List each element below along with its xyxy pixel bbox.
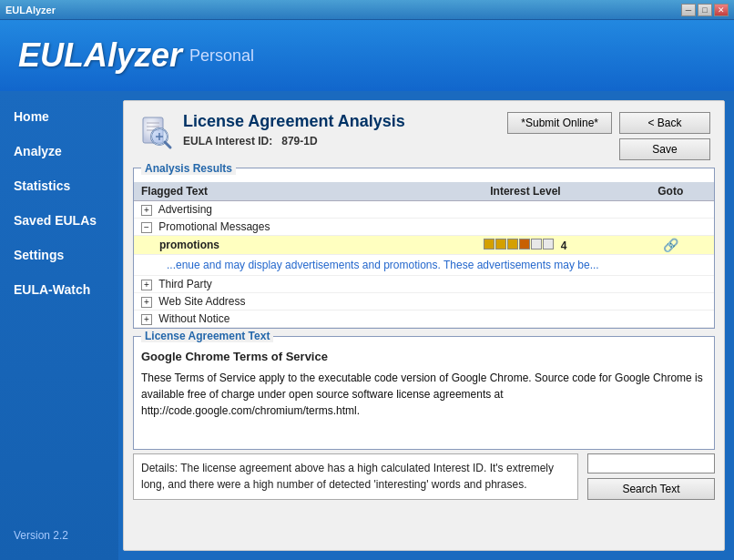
analysis-results-panel: Analysis Results Flagged Text Interest L…: [133, 168, 715, 329]
row-without-notice: + Without Notice: [134, 311, 424, 328]
minimize-button[interactable]: ─: [681, 4, 696, 16]
main-layout: Home Analyze Statistics Saved EULAs Sett…: [0, 91, 734, 560]
details-box: Details: The license agreement above has…: [133, 453, 578, 500]
col-goto: Goto: [627, 182, 714, 201]
expand-icon-advertising[interactable]: +: [141, 205, 152, 216]
page-title: License Agreement Analysis: [183, 112, 405, 131]
app-edition: Personal: [189, 46, 254, 66]
expand-icon-promotional[interactable]: −: [141, 222, 152, 233]
app-header: EULAlyzer Personal: [0, 20, 734, 91]
sidebar-item-eula-watch[interactable]: EULA-Watch: [0, 273, 118, 306]
license-section-legend: License Agreement Text: [141, 330, 273, 342]
sidebar-item-saved-eulas[interactable]: Saved EULAs: [0, 204, 118, 237]
bar-seg-4: [519, 239, 530, 249]
submit-online-button[interactable]: *Submit Online*: [507, 112, 612, 134]
top-left: License Agreement Analysis EULA Interest…: [138, 112, 405, 150]
col-flagged-text: Flagged Text: [134, 182, 424, 201]
bar-seg-5: [531, 239, 542, 249]
expand-icon-without-notice[interactable]: +: [141, 314, 152, 325]
close-button[interactable]: ✕: [714, 4, 729, 16]
expand-icon-web-site[interactable]: +: [141, 297, 152, 308]
table-row: ...enue and may display advertisements a…: [134, 255, 714, 276]
sidebar-item-statistics[interactable]: Statistics: [0, 169, 118, 202]
title-bar-buttons: ─ □ ✕: [681, 4, 729, 16]
version-label: Version 2.2: [0, 520, 118, 551]
sidebar-item-home[interactable]: Home: [0, 100, 118, 133]
bar-seg-3: [507, 239, 518, 249]
table-row: + Advertising: [134, 201, 714, 219]
interest-bar: [484, 239, 554, 249]
table-row: − Promotional Messages: [134, 219, 714, 236]
row-promotions-link: ...enue and may display advertisements a…: [134, 255, 714, 276]
license-title: Google Chrome Terms of Service: [141, 348, 707, 366]
title-block: License Agreement Analysis EULA Interest…: [183, 112, 405, 148]
interest-value: 4: [561, 239, 567, 252]
top-buttons: *Submit Online* < Back Save: [507, 112, 710, 160]
maximize-button[interactable]: □: [698, 4, 712, 16]
promotions-link-text[interactable]: ...enue and may display advertisements a…: [159, 257, 707, 273]
eula-id-label: EULA Interest ID:: [183, 135, 272, 148]
row-promotions-interest: 4: [424, 236, 627, 255]
bar-seg-6: [543, 239, 554, 249]
svg-line-6: [165, 142, 170, 148]
analysis-table: Flagged Text Interest Level Goto + Adver…: [134, 182, 714, 328]
license-text-area[interactable]: Google Chrome Terms of Service These Ter…: [134, 342, 714, 449]
license-body: These Terms of Service apply to the exec…: [141, 370, 707, 419]
sidebar-item-settings[interactable]: Settings: [0, 239, 118, 271]
title-bar: EULAlyzer ─ □ ✕: [0, 0, 734, 20]
search-text-button[interactable]: Search Text: [587, 478, 715, 500]
row-third-party: + Third Party: [134, 276, 424, 293]
eula-id-value: 879-1D: [281, 135, 317, 148]
row-web-site-address: + Web Site Address: [134, 293, 424, 311]
back-button[interactable]: < Back: [619, 112, 710, 134]
sidebar-item-analyze[interactable]: Analyze: [0, 135, 118, 168]
row-promotions-goto: 🔗: [627, 236, 714, 255]
table-row: promotions 4: [134, 236, 714, 255]
license-text-panel: License Agreement Text Google Chrome Ter…: [133, 336, 715, 450]
analysis-results-legend: Analysis Results: [141, 162, 236, 175]
table-row: + Without Notice: [134, 311, 714, 328]
bottom-buttons: Search Text: [587, 453, 715, 500]
bottom-bar: Details: The license agreement above has…: [133, 453, 715, 500]
save-button[interactable]: Save: [619, 138, 710, 160]
details-text: Details: The license agreement above has…: [141, 462, 554, 491]
sidebar: Home Analyze Statistics Saved EULAs Sett…: [0, 91, 118, 560]
expand-icon-third-party[interactable]: +: [141, 280, 152, 290]
bar-seg-2: [495, 239, 506, 249]
goto-icon[interactable]: 🔗: [663, 238, 678, 252]
table-row: + Web Site Address: [134, 293, 714, 311]
search-input[interactable]: [587, 453, 715, 473]
eula-id-line: EULA Interest ID: 879-1D: [183, 135, 405, 148]
bar-seg-1: [484, 239, 494, 249]
col-interest-level: Interest Level: [424, 182, 627, 201]
content-panel: License Agreement Analysis EULA Interest…: [123, 100, 725, 551]
app-name: EULAlyzer: [18, 36, 182, 75]
magnifier-icon: [138, 114, 174, 150]
table-row: + Third Party: [134, 276, 714, 293]
top-section: License Agreement Analysis EULA Interest…: [124, 101, 724, 168]
row-promotional-messages: − Promotional Messages: [134, 219, 424, 236]
row-advertising: + Advertising: [134, 201, 424, 219]
row-promotions: promotions: [134, 236, 424, 255]
title-bar-text: EULAlyzer: [5, 5, 56, 15]
